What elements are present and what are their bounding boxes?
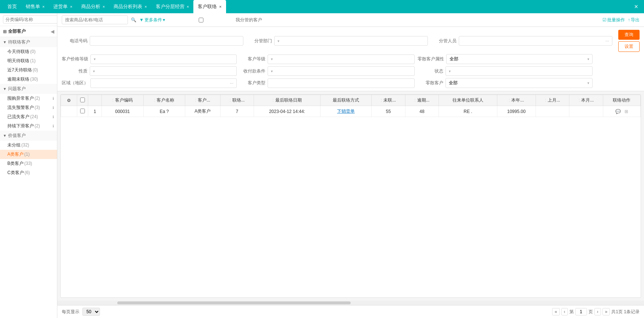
sidebar-item-label: 囤购异常客户(2) [7,95,40,102]
chevron-down-icon: ▾ [271,57,273,61]
row-last-contact-date: 2023-04-12 14:44: [254,106,321,117]
sidebar-item[interactable]: 逾期未联络(30) [0,75,57,84]
sidebar-section-title[interactable]: ▼待联络客户 [0,37,57,47]
filter-phone-input[interactable] [90,36,243,46]
filter-dept-select[interactable]: ▾ [274,36,428,46]
nav-home[interactable]: 首页 [3,3,21,10]
filter-retail-attr-select[interactable]: 全部▾ [446,54,593,64]
sidebar-item[interactable]: B类客户(33) [0,159,57,168]
first-page-button[interactable]: « [552,308,560,315]
col-this-year: :本年... [497,95,536,106]
last-page-button[interactable]: » [602,308,610,315]
arrow-icon: ▼ [3,40,7,44]
filter-dept: 分管部门 ▾ [246,36,428,46]
filter-region-select[interactable]: ··· [90,78,237,88]
row-overdue: 48 [405,106,439,117]
sidebar-item[interactable]: 明天待联络(1) [0,56,57,66]
row-contact-action: 💬 ⊞ [603,106,640,117]
page-label: 第 [569,309,574,315]
last-contact-link[interactable]: 下销货单 [337,109,355,114]
col-settings[interactable]: ⚙ [61,95,77,106]
row-this-year: 10995.00 [497,106,536,117]
filter-row-2: 客户价格等级 ▾ 客户等级 ▾ 零散客户属性 全部▾ [62,54,640,64]
sidebar-item-label: A类客户(1) [7,151,30,158]
close-all-button[interactable]: × [631,3,641,11]
nav-tab-客户分层经营[interactable]: 客户分层经营× [151,0,193,13]
query-button[interactable]: 查询 [618,30,640,40]
sidebar-item[interactable]: A类客户(1) [0,150,57,159]
my-customer-checkbox[interactable] [168,18,234,22]
tab-close-icon[interactable]: × [219,4,221,9]
sidebar-item[interactable]: 已流失客户(24)ℹ [0,112,57,121]
settings-button[interactable]: 设置 [618,41,640,52]
table-header-row: ⚙ :客户编码 :客户名称 :客户... :联络... :最后联络日期 最后联络… [61,95,641,106]
sidebar-item[interactable]: 近7天待联络(0) [0,66,57,75]
filter-nature-select[interactable]: ▾ [90,66,237,76]
tab-close-icon[interactable]: × [187,4,189,9]
filter-retail-attr: 零散客户属性 全部▾ [418,54,593,64]
grid-action-icon[interactable]: ⊞ [625,109,628,114]
tab-close-icon[interactable]: × [144,4,147,9]
sidebar-item[interactable]: 囤购异常客户(2)ℹ [0,94,57,103]
row-checkbox[interactable] [80,109,85,113]
sidebar-section-title[interactable]: ▼价值客户 [0,131,57,141]
batch-icon: ☑ [602,17,607,22]
filter-retail-select[interactable]: 全部▾ [446,78,593,88]
sidebar-item[interactable]: 今天待联络(0) [0,47,57,56]
my-customer-checkbox-label[interactable]: 我分管的客户 [168,17,262,23]
page-number-input[interactable] [575,308,587,315]
settings-icon[interactable]: ⚙ [67,98,71,103]
sidebar-item-label: 未分组(32) [7,142,29,148]
table-body: 1 000031 Ea ? A类客户 7 2023-04-12 14:44: 下… [61,106,641,117]
col-contact-action: 联络动作 [603,95,640,106]
sidebar-item[interactable]: 未分组(32) [0,141,57,150]
table-row: 1 000031 Ea ? A类客户 7 2023-04-12 14:44: 下… [61,106,641,117]
info-icon: ℹ [53,106,54,110]
export-button[interactable]: ↑ 导出 [628,17,640,23]
next-page-button[interactable]: › [594,308,601,315]
filter-status-select[interactable]: ▾ [446,66,593,76]
col-not-contacted: :未联... [372,95,405,106]
more-filter-button[interactable]: ▼ 更多条件 ▾ [139,17,165,23]
filter-dept-label: 分管部门 [246,38,272,44]
filter-person-input[interactable]: ··· [459,36,612,46]
more-icon[interactable]: ··· [605,38,609,43]
select-all-checkbox[interactable] [80,98,85,102]
sidebar-search-input[interactable] [3,15,57,24]
tab-close-icon[interactable]: × [103,4,105,9]
col-this-month: :本月... [569,95,603,106]
table-area: ⚙ :客户编码 :客户名称 :客户... :联络... :最后联络日期 最后联络… [60,94,641,298]
batch-op-button[interactable]: ☑ 批量操作 [602,17,625,23]
nav-tab-销售单[interactable]: 销售单× [21,0,49,13]
filter-customer-type-input[interactable] [268,78,415,88]
scroll-thumb[interactable] [117,301,351,304]
sidebar-item[interactable]: C类客户(6) [0,168,57,177]
prev-page-button[interactable]: ‹ [561,308,568,315]
sidebar-collapse-button[interactable]: ◀ [51,29,54,34]
filter-price-level-select[interactable]: ▾ [90,54,237,64]
row-last-contact-method: 下销货单 [320,106,372,117]
filter-customer-level-select[interactable]: ▾ [268,54,415,64]
all-customers-label[interactable]: 全部客户 [8,28,26,35]
search-input[interactable] [62,15,128,24]
sidebar-item[interactable]: 持续下滑客户(2)ℹ [0,121,57,131]
horizontal-scrollbar[interactable] [57,301,644,305]
col-contacts: :联络... [220,95,254,106]
nav-tab-商品分析列表[interactable]: 商品分析列表× [109,0,151,13]
sidebar-section-title[interactable]: ▼问题客户 [0,84,57,94]
nav-tab-进货单[interactable]: 进货单× [49,0,76,13]
col-customer-type: :客户... [185,95,220,106]
nav-tabs: 销售单×进货单×商品分析×商品分析列表×客户分层经营×客户联络× [21,0,226,13]
row-customer-type: A类客户 [185,106,220,117]
filter-payment-select[interactable]: ▾ [268,66,415,76]
sidebar-item[interactable]: 流失预警客户(3)ℹ [0,103,57,112]
search-button[interactable]: 🔍 [131,17,136,22]
nav-tab-商品分析[interactable]: 商品分析× [77,0,109,13]
chat-icon[interactable]: 💬 [615,109,621,114]
tab-close-icon[interactable]: × [42,4,44,9]
nav-tab-客户联络[interactable]: 客户联络× [193,0,226,13]
tab-close-icon[interactable]: × [70,4,72,9]
page-size-select[interactable]: 50 [82,308,100,316]
bottom-bar: 每页显示 50 « ‹ 第 页 › » 共1页 1条记录 [57,305,644,318]
more-icon[interactable]: ··· [230,81,233,86]
